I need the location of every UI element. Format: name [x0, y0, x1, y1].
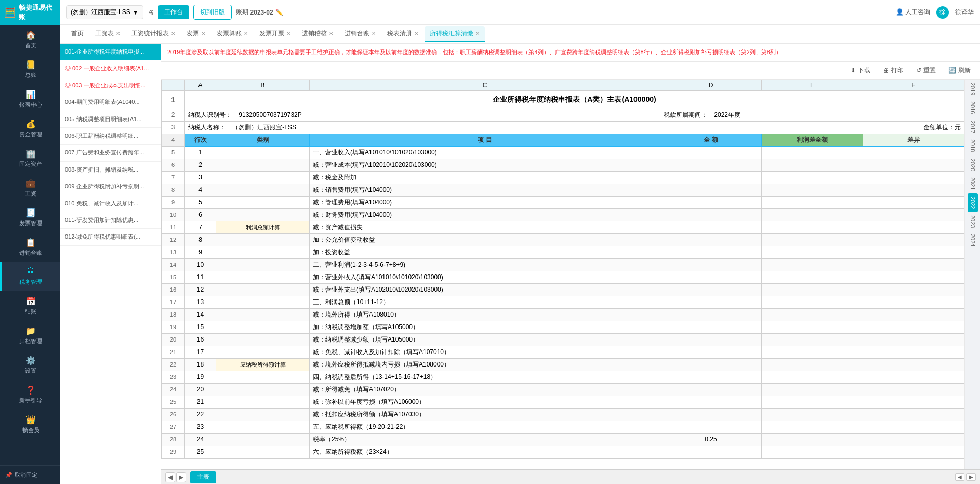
diff-amount[interactable]: [863, 433, 964, 446]
tab-close-income_tax[interactable]: ✕: [475, 31, 480, 36]
profit-amount[interactable]: [762, 171, 863, 184]
diff-amount[interactable]: [863, 358, 964, 371]
year-item-2024[interactable]: 2024: [968, 231, 978, 250]
diff-amount[interactable]: [863, 283, 964, 296]
year-item-2021[interactable]: 2021: [968, 174, 978, 193]
refresh-btn[interactable]: 🔄 刷新: [945, 64, 974, 77]
switch-old-btn[interactable]: 切到旧版: [193, 5, 232, 20]
profit-amount[interactable]: [762, 296, 863, 308]
amount[interactable]: [660, 333, 762, 346]
sheet-tab-main[interactable]: 主表: [190, 471, 216, 483]
prev-sheet-btn[interactable]: ◀: [165, 472, 175, 482]
amount[interactable]: [660, 408, 762, 421]
next-sheet-btn[interactable]: ▶: [176, 472, 186, 482]
diff-amount[interactable]: [863, 246, 964, 258]
amount[interactable]: [660, 346, 762, 358]
reset-btn[interactable]: ↺ 重置: [913, 64, 939, 77]
sidebar-item-funds[interactable]: 💰资金管理: [0, 114, 60, 143]
amount[interactable]: [660, 221, 762, 233]
amount[interactable]: [660, 159, 762, 171]
tab-close-salary_stats[interactable]: ✕: [171, 31, 175, 36]
cancel-pin-btn[interactable]: 📌 取消固定: [0, 465, 60, 484]
spreadsheet-container[interactable]: A B C D E F 1企业所得税年度纳税申报表（A类）主表(A100000)…: [161, 80, 964, 469]
diff-amount[interactable]: [863, 446, 964, 458]
amount[interactable]: [660, 233, 762, 246]
list-item-008[interactable]: 008-资产折旧、摊销及纳税...: [60, 162, 161, 178]
diff-amount[interactable]: [863, 271, 964, 283]
profit-amount[interactable]: [762, 408, 863, 421]
amount[interactable]: [660, 208, 762, 221]
profit-amount[interactable]: [762, 308, 863, 321]
list-item-003[interactable]: ◎ 003-一般企业成本支出明细...: [60, 77, 161, 94]
list-item-001[interactable]: 001-企业所得税年度纳税申报...: [60, 44, 161, 60]
tab-tax_clear[interactable]: 税表清册 ✕: [382, 26, 423, 42]
diff-amount[interactable]: [863, 308, 964, 321]
diff-amount[interactable]: [863, 346, 964, 358]
list-item-009[interactable]: 009-企业所得税附加补亏损明...: [60, 178, 161, 195]
tab-close-purchase[interactable]: ✕: [329, 31, 333, 36]
year-item-2018[interactable]: 2018: [968, 136, 978, 155]
list-item-007[interactable]: 007-广告费和业务宣传费跨年...: [60, 145, 161, 161]
list-item-011[interactable]: 011-研发费用加计扣除优惠...: [60, 212, 161, 229]
diff-amount[interactable]: [863, 171, 964, 184]
profit-amount[interactable]: [762, 246, 863, 258]
sidebar-item-home[interactable]: 🏠首页: [0, 25, 60, 55]
profit-amount[interactable]: [762, 196, 863, 208]
tab-close-salary_table[interactable]: ✕: [116, 31, 120, 36]
diff-amount[interactable]: [863, 383, 964, 396]
profit-amount[interactable]: [762, 396, 863, 408]
sidebar-item-closing[interactable]: 📅结账: [0, 291, 60, 321]
profit-amount[interactable]: [762, 433, 863, 446]
amount[interactable]: [660, 383, 762, 396]
amount[interactable]: [660, 308, 762, 321]
profit-amount[interactable]: [762, 271, 863, 283]
tab-close-invoice_open[interactable]: ✕: [286, 31, 290, 36]
year-item-2016[interactable]: 2016: [968, 98, 978, 117]
sidebar-item-member[interactable]: 👑畅会员: [0, 410, 60, 439]
sidebar-item-salary[interactable]: 💼工资: [0, 173, 60, 203]
profit-amount[interactable]: [762, 383, 863, 396]
user-avatar[interactable]: 徐: [936, 6, 949, 19]
profit-amount[interactable]: [762, 358, 863, 371]
company-selector[interactable]: (勿删）江西服宝-LSS ▼: [66, 5, 143, 19]
download-btn[interactable]: ⬇ 下载: [847, 64, 873, 77]
tab-close-sales_ledger[interactable]: ✕: [372, 31, 376, 36]
list-item-005[interactable]: 005-纳税调整项目明细表(A1...: [60, 111, 161, 128]
diff-amount[interactable]: [863, 421, 964, 433]
diff-amount[interactable]: [863, 296, 964, 308]
tab-home[interactable]: 首页: [66, 26, 89, 42]
profit-amount[interactable]: [762, 258, 863, 271]
profit-amount[interactable]: [762, 184, 863, 196]
amount[interactable]: [660, 421, 762, 433]
sidebar-item-ledger[interactable]: 📒总账: [0, 55, 60, 84]
amount[interactable]: [660, 146, 762, 159]
scroll-right-btn[interactable]: ▶: [966, 473, 976, 481]
year-item-2020[interactable]: 2020: [968, 155, 978, 174]
profit-amount[interactable]: [762, 208, 863, 221]
sidebar-item-assets[interactable]: 🏢固定资产: [0, 143, 60, 173]
tab-invoice_calc[interactable]: 发票算账 ✕: [211, 26, 253, 42]
diff-amount[interactable]: [863, 233, 964, 246]
tab-salary_table[interactable]: 工资表 ✕: [90, 26, 125, 42]
diff-amount[interactable]: [863, 371, 964, 383]
diff-amount[interactable]: [863, 396, 964, 408]
profit-amount[interactable]: [762, 333, 863, 346]
tab-sales_ledger[interactable]: 进销台账 ✕: [339, 26, 381, 42]
diff-amount[interactable]: [863, 184, 964, 196]
amount[interactable]: [660, 171, 762, 184]
diff-amount[interactable]: [863, 196, 964, 208]
profit-amount[interactable]: [762, 421, 863, 433]
profit-amount[interactable]: [762, 283, 863, 296]
amount[interactable]: [660, 196, 762, 208]
scroll-left-btn[interactable]: ◀: [955, 473, 964, 481]
list-item-006[interactable]: 006-职工薪酬纳税调整明细...: [60, 128, 161, 145]
edit-period-icon[interactable]: ✏️: [275, 9, 283, 16]
work-area-btn[interactable]: 工作台: [158, 5, 189, 19]
sidebar-item-reports[interactable]: 📊报表中心: [0, 84, 60, 114]
profit-amount[interactable]: [762, 321, 863, 333]
amount[interactable]: [660, 271, 762, 283]
sidebar-item-sales[interactable]: 📋进销台账: [0, 232, 60, 262]
diff-amount[interactable]: [863, 321, 964, 333]
list-item-012[interactable]: 012-减免所得税优惠明细表(...: [60, 229, 161, 245]
amount[interactable]: [660, 358, 762, 371]
